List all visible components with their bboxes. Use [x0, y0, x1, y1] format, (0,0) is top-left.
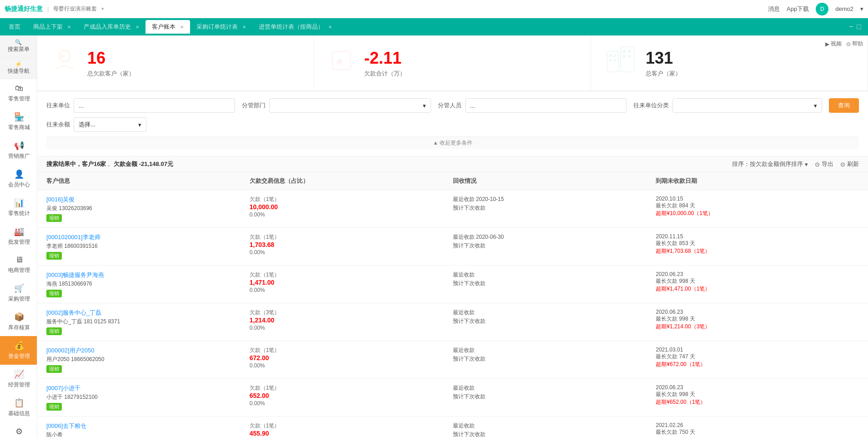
department-label: 分管部门 [242, 101, 266, 110]
quick-nav-item[interactable]: ⚡ 快捷导航 [0, 57, 37, 79]
unit-category-select[interactable]: ▾ [672, 98, 822, 113]
sidebar-item-retail-manage[interactable]: 🛍 零售管理 [0, 79, 37, 107]
incoming-unit-input[interactable]: ... [74, 98, 235, 113]
debt-amount-3[interactable]: 1,214.00 [250, 316, 453, 324]
customer-tag-1: 现销 [46, 252, 62, 260]
customer-tag-2: 现销 [46, 290, 62, 297]
quick-nav-icon: ⚡ [15, 61, 22, 67]
search-menu-item[interactable]: 🔍 搜索菜单 [0, 35, 37, 57]
customer-name-6[interactable]: [0006]去下粮仓 [46, 422, 250, 430]
customer-name-4[interactable]: [000002]用户2050 [46, 347, 250, 355]
customer-info-3: [0002]服务中心_丁磊 服务中心_丁磊 181 0125 8371 现销 [46, 309, 250, 335]
table-row: [0007]小进千 小进千 18279152100 现销 欠款（1笔） 652.… [37, 379, 868, 417]
stat-content-debt-customers: 16 总欠款客户（家） [87, 49, 300, 78]
export-btn[interactable]: ⊙ 导出 [815, 160, 833, 168]
message-btn[interactable]: 消息 [768, 5, 780, 13]
sidebar-item-ecommerce[interactable]: 🖥 电商管理 [0, 251, 37, 279]
collection-next-4: 预计下次收款 [453, 355, 656, 363]
sidebar-item-finance[interactable]: 💰 资金管理 [0, 336, 37, 365]
avatar[interactable]: D [816, 3, 828, 15]
customer-name-3[interactable]: [0002]服务中心_丁磊 [46, 309, 250, 317]
sidebar-item-member[interactable]: 👤 会员中心 [0, 165, 37, 193]
user-dropdown-icon[interactable]: ▾ [860, 5, 863, 12]
balance-dropdown-icon: ▾ [138, 121, 141, 128]
search-button[interactable]: 查询 [829, 98, 859, 113]
help-link[interactable]: ⊙ 帮助 [846, 40, 863, 48]
refresh-btn[interactable]: ⊙ 刷新 [840, 160, 859, 168]
overdue-link-0[interactable]: 超期¥10,000.00（1笔） [656, 210, 859, 217]
customer-phone-5: 小进千 18279152100 [46, 393, 250, 401]
video-link[interactable]: ▶ 视频 [825, 40, 842, 48]
sidebar-item-retail-mall[interactable]: 🏪 零售商城 [0, 107, 37, 136]
collection-next-1: 预计下次收款 [453, 242, 656, 250]
tab-product-status[interactable]: 商品上下架 ✕ [27, 20, 77, 34]
app-download-btn[interactable]: App下载 [787, 5, 809, 13]
col-header-collection: 回收情况 [453, 177, 656, 185]
manager-input[interactable]: ... [465, 98, 627, 113]
sidebar-item-operation[interactable]: 📈 经营管理 [0, 365, 37, 393]
collapse-bar[interactable]: ▲ 收起更多条件 [46, 136, 859, 149]
stat-card-actions: ▶ 视频 ⊙ 帮助 [825, 40, 863, 48]
overdue-link-1[interactable]: 超期¥1,703.68（1笔） [656, 247, 859, 255]
debt-amount-0[interactable]: 10,000.00 [250, 203, 453, 211]
top-bar-left: 畅捷通好生意 | 母婴行业演示账套 ▾ [5, 5, 104, 13]
results-bar: 搜索结果中，客户16家， 欠款金额 -21,148.07元 排序：按欠款金额倒序… [37, 156, 868, 172]
purchase-icon: 🛒 [14, 283, 24, 293]
department-select[interactable]: ▾ [269, 98, 431, 113]
debt-amount-6[interactable]: 455.90 [250, 430, 453, 437]
overdue-link-2[interactable]: 超期¥1,471.00（1笔） [656, 285, 859, 293]
tab-home[interactable]: 首页 [2, 20, 27, 34]
overdue-link-5[interactable]: 超期¥652.00（1笔） [656, 398, 859, 406]
search-icon: 🔍 [15, 39, 22, 45]
sidebar-item-retail-stats[interactable]: 📊 零售统计 [0, 193, 37, 222]
retail-mall-icon: 🏪 [14, 112, 24, 122]
due-info-5: 2020.06.23 最长欠款 998 天 超期¥652.00（1笔） [656, 384, 859, 406]
tab-product-status-close[interactable]: ✕ [67, 25, 71, 30]
customer-phone-0: 吴俊 13026203696 [46, 205, 250, 212]
overdue-link-4[interactable]: 超期¥672.00（1笔） [656, 361, 859, 368]
sidebar: 🔍 搜索菜单 ⚡ 快捷导航 🛍 零售管理 🏪 零售商城 📢 营销推广 👤 会员中… [0, 35, 37, 437]
sidebar-item-system[interactable]: ⚙ 系统管理 [0, 422, 37, 437]
debt-info-3: 欠款（3笔） 1,214.00 0.00% [250, 309, 453, 331]
system-icon: ⚙ [15, 427, 23, 437]
tab-production-history-close[interactable]: ✕ [135, 25, 139, 30]
customer-name-0[interactable]: [0016]吴俊 [46, 196, 250, 204]
sidebar-item-basic-info[interactable]: 📋 基础信息 [0, 393, 37, 422]
tab-customer-account[interactable]: 客户账本 ✕ [146, 20, 190, 34]
customer-name-5[interactable]: [0007]小进千 [46, 384, 250, 392]
collection-next-6: 预计下次收款 [453, 431, 656, 437]
debt-amount-5[interactable]: 652.00 [250, 392, 453, 399]
debt-amount-4[interactable]: 672.00 [250, 354, 453, 362]
table-row: [000002]用户2050 用户2050 18665062050 现销 欠款（… [37, 341, 868, 379]
tab-purchase-stats[interactable]: 采购订单统计表 ✕ [190, 20, 252, 34]
sidebar-item-purchase[interactable]: 🛒 采购管理 [0, 279, 37, 307]
tab-production-history[interactable]: 产成品入库单历史 ✕ [77, 20, 146, 34]
store-name: 母婴行业演示账套 [53, 5, 97, 13]
sidebar-item-inventory[interactable]: 📦 库存核算 [0, 307, 37, 336]
filter-incoming-unit: 往来单位 ... [46, 98, 235, 113]
customer-info-2: [0003]畅捷服务尹海燕 海燕 18513066976 现销 [46, 271, 250, 297]
minimize-icon[interactable]: − [849, 23, 853, 31]
customer-tag-3: 现销 [46, 327, 62, 335]
table-row: [0006]去下粮仓 陈小希 现销 欠款（1笔） 455.90 0.00% 最近… [37, 417, 868, 437]
tab-stock-stats[interactable]: 进货单统计表（按商品） ✕ [252, 20, 338, 34]
due-info-2: 2020.06.23 最长欠款 998 天 超期¥1,471.00（1笔） [656, 271, 859, 293]
tab-stock-stats-close[interactable]: ✕ [328, 25, 332, 30]
store-dropdown-icon[interactable]: ▾ [101, 6, 104, 12]
maximize-icon[interactable]: □ [857, 23, 861, 31]
sidebar-item-marketing[interactable]: 📢 营销推广 [0, 136, 37, 165]
sort-label[interactable]: 排序：按欠款金额倒序排序 ▾ [732, 160, 808, 168]
debt-note-3: 欠款（3笔） [250, 309, 453, 316]
overdue-days-6: 最长欠款 750 天 [656, 428, 859, 436]
balance-select[interactable]: 选择... ▾ [74, 117, 146, 132]
tab-customer-account-close[interactable]: ✕ [180, 25, 184, 30]
overdue-link-3[interactable]: 超期¥1,214.00（3笔） [656, 323, 859, 331]
tab-purchase-stats-close[interactable]: ✕ [242, 25, 246, 30]
debt-amount-1[interactable]: 1,703.68 [250, 241, 453, 248]
customer-name-1[interactable]: [0001020001]李老师 [46, 233, 250, 241]
debt-amount-2[interactable]: 1,471.00 [250, 279, 453, 286]
debt-amount-label: 欠款合计（万） [364, 70, 577, 78]
debt-note-1: 欠款（1笔） [250, 233, 453, 241]
sidebar-item-wholesale[interactable]: 🏭 批发管理 [0, 222, 37, 251]
customer-name-2[interactable]: [0003]畅捷服务尹海燕 [46, 271, 250, 279]
